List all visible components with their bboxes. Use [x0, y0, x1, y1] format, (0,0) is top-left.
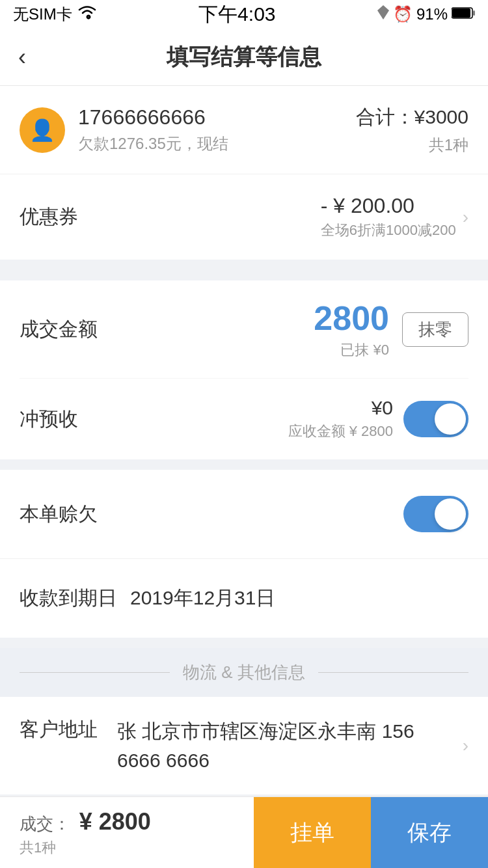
avatar-icon: 👤	[29, 118, 55, 142]
status-time: 下午4:03	[198, 1, 275, 28]
status-left: 无SIM卡	[13, 4, 97, 25]
address-chevron: ›	[463, 735, 468, 756]
due-date-label: 收款到期日	[20, 585, 117, 612]
deal-amount-row: 成交金额 2800 已抹 ¥0 抹零	[20, 280, 468, 379]
bottom-bar: 成交： ¥ 2800 共1种 挂单 保存	[0, 796, 488, 868]
section-divider-1	[0, 270, 488, 280]
status-bar: 无SIM卡 下午4:03 ⏰ 91%	[0, 0, 488, 29]
address-label: 客户地址	[20, 716, 98, 743]
bottom-count: 共1种	[20, 838, 234, 858]
hold-button[interactable]: 挂单	[254, 797, 371, 869]
battery-icon	[452, 5, 475, 23]
location-icon	[377, 5, 389, 23]
receivable-amount: 应收金额 ¥ 2800	[288, 422, 393, 441]
battery-percent: 91%	[416, 5, 448, 23]
advance-toggle[interactable]	[403, 401, 468, 437]
coupon-right: - ¥ 200.00 全场6折满1000减200 ›	[321, 194, 468, 240]
deal-amount-right: 2800 已抹 ¥0 抹零	[314, 299, 468, 360]
address-value: 张 北京市市辖区海淀区永丰南 156 6666 6666	[117, 716, 463, 775]
amount-section: 成交金额 2800 已抹 ¥0 抹零 冲预收 ¥0 应收金额 ¥ 2800	[0, 280, 488, 459]
address-row[interactable]: 客户地址 张 北京市市辖区海淀区永丰南 156 6666 6666 ›	[20, 697, 468, 794]
no-sim-text: 无SIM卡	[13, 4, 72, 25]
bottom-info: 成交： ¥ 2800 共1种	[0, 808, 254, 858]
coupon-row[interactable]: 优惠券 - ¥ 200.00 全场6折满1000减200 ›	[0, 174, 488, 260]
user-debt: 欠款1276.35元，现结	[78, 133, 228, 154]
arrearage-label: 本单赊欠	[20, 501, 98, 528]
user-row: 👤 17666666666 欠款1276.35元，现结 合计：¥3000 共1种	[0, 86, 488, 174]
deal-amount-value: 2800	[314, 299, 389, 338]
divider-line-right	[318, 672, 468, 673]
user-info-card: 👤 17666666666 欠款1276.35元，现结 合计：¥3000 共1种…	[0, 86, 488, 260]
bottom-deal-label: 成交：	[20, 814, 70, 834]
svg-rect-1	[452, 8, 470, 18]
clock-icon: ⏰	[393, 5, 413, 23]
user-phone: 17666666666	[78, 105, 228, 129]
due-date-row: 收款到期日 2019年12月31日	[20, 559, 468, 638]
advance-amount-group: ¥0 应收金额 ¥ 2800	[288, 397, 393, 441]
svg-rect-2	[473, 10, 475, 16]
coupon-discount: - ¥ 200.00	[321, 194, 456, 218]
advance-values: ¥0 应收金额 ¥ 2800	[288, 397, 468, 441]
order-total: 合计：¥3000	[356, 104, 468, 131]
deal-amount-group: 2800 已抹 ¥0	[314, 299, 389, 360]
nav-bar: ‹ 填写结算等信息	[0, 29, 488, 86]
section-divider-2	[0, 459, 488, 470]
address-section: 客户地址 张 北京市市辖区海淀区永丰南 156 6666 6666 ›	[0, 697, 488, 794]
already-round-off: 已抹 ¥0	[314, 340, 389, 360]
coupon-label: 优惠券	[20, 204, 78, 230]
logistics-label: 物流 & 其他信息	[183, 661, 305, 684]
due-date-value: 2019年12月31日	[130, 585, 275, 612]
coupon-desc: 全场6折满1000减200	[321, 221, 456, 240]
deal-amount-label: 成交金额	[20, 316, 98, 343]
arrearage-toggle[interactable]	[403, 496, 468, 532]
status-right: ⏰ 91%	[377, 5, 475, 23]
arrearage-row: 本单赊欠	[20, 470, 468, 558]
back-button[interactable]: ‹	[18, 44, 26, 71]
avatar: 👤	[20, 107, 65, 153]
advance-label: 冲预收	[20, 406, 78, 433]
due-date-section: 收款到期日 2019年12月31日	[0, 558, 488, 638]
page-title: 填写结算等信息	[167, 42, 321, 72]
wifi-icon	[77, 5, 97, 23]
arrearage-section: 本单赊欠	[0, 470, 488, 558]
bottom-amount: ¥ 2800	[79, 808, 151, 835]
user-totals: 合计：¥3000 共1种	[356, 104, 468, 156]
bottom-deal-line: 成交： ¥ 2800	[20, 808, 234, 835]
coupon-chevron: ›	[463, 207, 468, 228]
content-area: 👤 17666666666 欠款1276.35元，现结 合计：¥3000 共1种…	[0, 86, 488, 868]
divider-line-left	[20, 672, 170, 673]
save-button[interactable]: 保存	[371, 797, 488, 869]
round-off-button[interactable]: 抹零	[402, 312, 468, 347]
user-info: 17666666666 欠款1276.35元，现结	[78, 105, 228, 154]
advance-payment-row: 冲预收 ¥0 应收金额 ¥ 2800	[20, 379, 468, 459]
coupon-info: - ¥ 200.00 全场6折满1000减200	[321, 194, 456, 240]
advance-amount: ¥0	[288, 397, 393, 419]
order-count: 共1种	[356, 135, 468, 156]
logistics-divider: 物流 & 其他信息	[0, 648, 488, 697]
user-left: 👤 17666666666 欠款1276.35元，现结	[20, 105, 228, 154]
